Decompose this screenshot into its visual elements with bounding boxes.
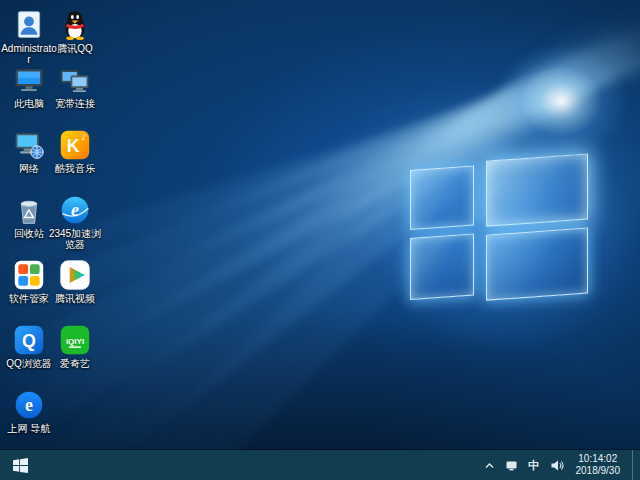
desktop-icon-label: 2345加速浏览器 [47, 228, 103, 250]
show-desktop-button[interactable] [632, 450, 638, 480]
light-flare [494, 44, 628, 158]
desktop-icon-kuwo-music[interactable]: K ♪ 酷我音乐 [47, 129, 103, 174]
desktop-icon-label: 腾讯QQ [57, 43, 93, 54]
window-pane [486, 154, 588, 227]
svg-text:♪: ♪ [81, 133, 86, 142]
desktop-icon-label: 爱奇艺 [60, 358, 90, 369]
svg-text:Q: Q [22, 331, 36, 351]
desktop-icon-label: 网络 [19, 163, 39, 174]
svg-text:e: e [71, 200, 79, 220]
desktop-icon-label: 酷我音乐 [55, 163, 95, 174]
tencent-video-play-icon [59, 259, 91, 291]
computer-monitor-icon [13, 64, 45, 96]
desktop-icon-label: 软件管家 [9, 293, 49, 304]
internet-navigation-e-icon: e [13, 389, 45, 421]
desktop-icon-label: 宽带连接 [55, 98, 95, 109]
window-pane [410, 234, 474, 300]
svg-text:K: K [67, 136, 80, 156]
user-files-icon [13, 9, 45, 41]
desktop-icon-internet-navigation[interactable]: e 上网 导航 [1, 389, 57, 434]
network-globe-icon [13, 129, 45, 161]
svg-text:iQIYI: iQIYI [66, 337, 84, 346]
software-manager-grid-icon [13, 259, 45, 291]
svg-text:e: e [25, 395, 33, 415]
clock-time: 10:14:02 [576, 453, 621, 465]
start-button[interactable] [0, 450, 40, 480]
kuwo-music-icon: K ♪ [59, 129, 91, 161]
desktop-icon-label: 腾讯视频 [55, 293, 95, 304]
desktop-icon-label: QQ浏览器 [6, 358, 52, 369]
window-pane [410, 166, 474, 230]
broadband-monitors-icon [59, 64, 91, 96]
desktop-icon-label: 上网 导航 [8, 423, 51, 434]
iqiyi-icon: iQIYI [59, 324, 91, 356]
desktop-icon-label: 回收站 [14, 228, 44, 239]
desktop-icon-iqiyi[interactable]: iQIYI 爱奇艺 [47, 324, 103, 369]
clock-date: 2018/9/30 [576, 465, 621, 477]
qq-penguin-icon [59, 9, 91, 41]
windows-logo-wallpaper [410, 154, 586, 312]
tray-ime-indicator[interactable]: 中 [527, 450, 541, 480]
tray-network-icon[interactable] [505, 450, 518, 480]
windows-logo-icon [13, 458, 28, 473]
desktop-icon-2345-browser[interactable]: e 2345加速浏览器 [47, 194, 103, 250]
desktop-icon-tencent-video[interactable]: 腾讯视频 [47, 259, 103, 304]
show-hidden-icons-chevron-icon[interactable] [483, 450, 496, 480]
taskbar-clock[interactable]: 10:14:02 2018/9/30 [573, 453, 624, 477]
system-tray: 中 10:14:02 2018/9/30 [483, 450, 640, 480]
desktop-icon-broadband-connection[interactable]: 宽带连接 [47, 64, 103, 109]
tray-volume-icon[interactable] [550, 450, 564, 480]
recycle-bin-icon [13, 194, 45, 226]
2345-browser-e-icon: e [59, 194, 91, 226]
qq-browser-icon: Q [13, 324, 45, 356]
desktop-icon-tencent-qq[interactable]: 腾讯QQ [47, 9, 103, 54]
window-pane [486, 228, 588, 301]
taskbar: 中 10:14:02 2018/9/30 [0, 450, 640, 480]
desktop-icon-label: 此电脑 [14, 98, 44, 109]
